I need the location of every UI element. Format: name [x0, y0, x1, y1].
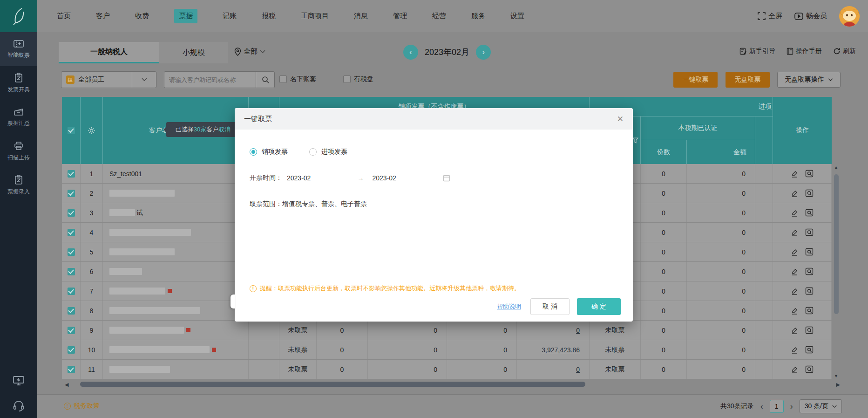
search-input[interactable] [164, 76, 256, 83]
view-invoice-button[interactable] [805, 365, 814, 373]
scroll-left-arrow[interactable]: ◀ [65, 382, 68, 388]
view-invoice-button[interactable] [805, 326, 814, 334]
nav-item-报税[interactable]: 报税 [262, 9, 276, 23]
edit-button[interactable] [791, 287, 799, 295]
newbie-guide-button[interactable]: 新手引导 [739, 47, 775, 55]
confirm-button[interactable]: 确 定 [577, 298, 621, 315]
current-page[interactable]: 1 [770, 400, 784, 413]
view-invoice-button[interactable] [805, 267, 814, 275]
prev-page-button[interactable]: ‹ [760, 402, 763, 411]
nav-item-设置[interactable]: 设置 [510, 9, 524, 23]
cancel-button[interactable]: 取 消 [530, 298, 570, 315]
avatar[interactable] [839, 6, 860, 27]
sidebar-item-智能取票[interactable]: 智能取票 [0, 32, 37, 66]
view-invoice-button[interactable] [805, 209, 814, 217]
calendar-icon[interactable] [443, 174, 450, 182]
radio-sales-invoice[interactable] [250, 148, 257, 156]
sidebar-item-票据录入[interactable]: 票据录入 [0, 168, 37, 202]
scroll-down-arrow[interactable]: ▼ [834, 374, 838, 378]
view-invoice-button[interactable] [805, 189, 814, 197]
app-logo[interactable] [0, 0, 37, 32]
row-checkbox[interactable] [68, 307, 75, 315]
nav-item-票据[interactable]: 票据 [174, 9, 197, 23]
prev-month-button[interactable]: ‹ [403, 45, 418, 60]
tab-general-taxpayer[interactable]: 一般纳税人 [59, 42, 159, 63]
close-icon[interactable]: ✕ [617, 114, 624, 124]
view-invoice-button[interactable] [805, 307, 814, 315]
radio-purchase-invoice[interactable] [309, 148, 317, 156]
row-checkbox[interactable] [68, 190, 75, 197]
edit-button[interactable] [791, 267, 799, 275]
edit-button[interactable] [791, 248, 799, 256]
nav-item-服务[interactable]: 服务 [471, 9, 485, 23]
edit-button[interactable] [791, 346, 799, 354]
diskless-ops-dropdown[interactable]: 无盘取票操作 [777, 72, 841, 88]
row-checkbox[interactable] [68, 209, 75, 217]
sidebar-item-扫描上传[interactable]: 扫描上传 [0, 134, 37, 168]
row-checkbox[interactable] [68, 366, 75, 373]
edit-button[interactable] [791, 307, 799, 315]
fullscreen-button[interactable]: 全屏 [758, 12, 782, 21]
manual-button[interactable]: 操作手册 [787, 47, 822, 55]
tax-policy-link[interactable]: ! 税务政策 [64, 402, 100, 410]
row-checkbox[interactable] [68, 229, 75, 236]
edit-button[interactable] [791, 326, 799, 334]
edit-button[interactable] [791, 209, 799, 217]
sidebar-support-button[interactable] [0, 400, 37, 412]
next-month-button[interactable]: › [476, 45, 491, 60]
column-settings[interactable] [81, 97, 103, 164]
view-invoice-button[interactable] [805, 228, 814, 236]
horizontal-scrollbar[interactable]: ◀ ▶ [62, 381, 843, 388]
edit-button[interactable] [791, 170, 799, 178]
date-from-input[interactable]: 2023-02 [287, 174, 311, 182]
checkbox-own-accounts[interactable]: 名下账套 [279, 75, 316, 83]
sidebar-download-button[interactable] [0, 376, 37, 387]
edit-button[interactable] [791, 189, 799, 197]
view-invoice-button[interactable] [805, 346, 814, 354]
checkbox-has-tax-disk[interactable]: 有税盘 [343, 75, 373, 83]
help-link[interactable]: 帮助说明 [497, 302, 521, 311]
edit-button[interactable] [791, 365, 799, 373]
page-size-selector[interactable]: 30 条/页 [800, 399, 842, 413]
one-click-fetch-button[interactable]: 一键取票 [673, 72, 718, 88]
vertical-scrollbar-thumb[interactable] [834, 174, 839, 314]
nav-item-经营[interactable]: 经营 [432, 9, 446, 23]
region-selector[interactable]: 全部 [234, 47, 265, 56]
select-all-checkbox[interactable] [68, 127, 75, 134]
staff-filter-dropdown[interactable]: 组 全部员工 [61, 71, 156, 88]
vertical-scrollbar[interactable]: ▲ ▼ [834, 164, 839, 379]
sidebar-item-发票开具[interactable]: 发票开具 [0, 66, 37, 100]
refresh-button[interactable]: 刷新 [833, 47, 856, 55]
sale-amount-link[interactable]: 0 [576, 327, 580, 334]
sale-amount-link[interactable]: 0 [576, 366, 580, 373]
row-checkbox[interactable] [68, 327, 75, 334]
sale-amount-link[interactable]: 3,927,423.86 [542, 346, 580, 354]
search-button[interactable] [256, 72, 274, 88]
nav-item-工商项目[interactable]: 工商项目 [301, 9, 329, 23]
nav-item-首页[interactable]: 首页 [57, 9, 71, 23]
next-page-button[interactable]: › [790, 402, 793, 411]
horizontal-scrollbar-thumb[interactable] [80, 382, 585, 387]
nav-item-记账[interactable]: 记账 [223, 9, 237, 23]
row-checkbox[interactable] [68, 248, 75, 256]
row-checkbox[interactable] [68, 346, 75, 354]
view-invoice-button[interactable] [805, 170, 814, 178]
edit-button[interactable] [791, 228, 799, 236]
nav-item-客户[interactable]: 客户 [96, 9, 110, 23]
row-checkbox[interactable] [68, 288, 75, 295]
nav-item-收费[interactable]: 收费 [135, 9, 149, 23]
filter-funnel-icon[interactable] [632, 137, 638, 144]
member-button[interactable]: 畅会员 [794, 12, 827, 21]
row-checkbox[interactable] [68, 268, 75, 275]
modal-drag-handle[interactable] [231, 295, 235, 308]
diskless-fetch-button[interactable]: 无盘取票 [726, 72, 770, 88]
nav-item-消息[interactable]: 消息 [354, 9, 368, 23]
sidebar-item-票据汇总[interactable]: 票据汇总 [0, 100, 37, 134]
tab-small-scale[interactable]: 小规模 [159, 42, 228, 63]
tooltip-cancel-link[interactable]: 取消 [218, 125, 231, 134]
nav-item-管理[interactable]: 管理 [393, 9, 407, 23]
view-invoice-button[interactable] [805, 248, 814, 256]
scroll-up-arrow[interactable]: ▲ [834, 165, 838, 170]
row-checkbox[interactable] [68, 170, 75, 178]
view-invoice-button[interactable] [805, 287, 814, 295]
